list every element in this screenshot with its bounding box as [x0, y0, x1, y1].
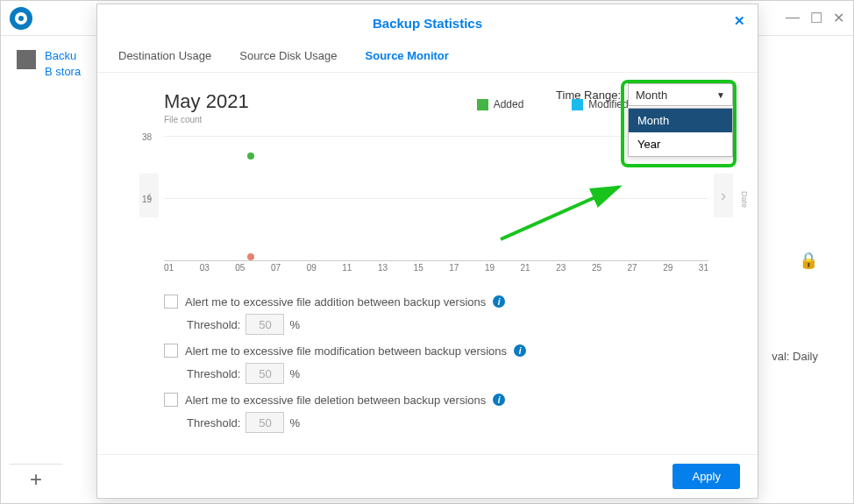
sidebar: Backu B stora: [10, 45, 93, 83]
alert-row: Alert me to excessive file deletion betw…: [164, 393, 733, 433]
alert-row: Alert me to excessive file addition betw…: [164, 295, 733, 335]
lock-icon: 🔒: [799, 251, 818, 270]
tab-source-monitor[interactable]: Source Monitor: [366, 49, 449, 64]
threshold-unit: %: [289, 416, 300, 429]
alert-label: Alert me to excessive file modification …: [185, 344, 507, 358]
x-tick: 05: [235, 263, 245, 279]
x-tick: 13: [378, 263, 388, 279]
sidebar-item-subtitle: B stora: [45, 64, 81, 80]
tab-destination-usage[interactable]: Destination Usage: [118, 49, 211, 64]
x-tick: 25: [592, 263, 601, 279]
threshold-label: Threshold:: [187, 367, 240, 380]
close-icon[interactable]: ✕: [833, 10, 844, 26]
chart-next-button[interactable]: ›: [714, 174, 733, 217]
time-range-select[interactable]: Month ▼: [628, 83, 733, 106]
modal-footer: Apply: [97, 454, 758, 498]
x-tick: 03: [200, 263, 210, 279]
x-tick: 01: [164, 263, 174, 279]
interval-text: val: Daily: [772, 350, 818, 363]
x-tick: 31: [699, 263, 708, 279]
sidebar-item-title: Backu: [45, 48, 81, 64]
server-icon: [17, 50, 36, 69]
x-tick: 09: [307, 263, 317, 279]
add-button[interactable]: +: [10, 464, 62, 494]
threshold-input[interactable]: [246, 314, 284, 335]
alert-label: Alert me to excessive file deletion betw…: [185, 394, 486, 407]
apply-button[interactable]: Apply: [673, 464, 740, 489]
maximize-icon[interactable]: ☐: [810, 10, 822, 26]
time-range-row: Time Range: Month ▼: [556, 83, 733, 106]
alert-row: Alert me to excessive file modification …: [164, 344, 733, 384]
x-tick: 23: [556, 263, 566, 279]
data-point-deleted: [247, 253, 254, 260]
threshold-unit: %: [289, 318, 300, 331]
threshold-label: Threshold:: [187, 416, 240, 429]
alert-checkbox[interactable]: [164, 393, 178, 407]
x-tick: 29: [663, 263, 673, 279]
sidebar-item-backup[interactable]: Backu B stora: [10, 45, 93, 83]
x-tick: 11: [342, 263, 352, 279]
threshold-unit: %: [289, 367, 300, 380]
modal-titlebar: Backup Statistics ✕: [97, 4, 758, 41]
info-icon[interactable]: i: [493, 295, 505, 308]
tab-bar: Destination Usage Source Disk Usage Sour…: [97, 41, 758, 73]
x-axis: 01030507091113151719212325272931: [164, 263, 708, 279]
x-tick: 27: [628, 263, 637, 279]
x-tick: 17: [449, 263, 459, 279]
close-icon[interactable]: ✕: [734, 13, 745, 29]
time-range-option-year[interactable]: Year: [629, 132, 732, 156]
time-range-value: Month: [636, 89, 667, 102]
alert-checkbox[interactable]: [164, 344, 178, 358]
chevron-down-icon: ▼: [716, 90, 725, 100]
time-range-label: Time Range:: [556, 89, 621, 102]
chart-title: May 2021: [164, 90, 249, 113]
legend-added: Added: [477, 98, 524, 110]
chart-area: 38 19: [164, 130, 708, 261]
app-icon: [10, 7, 32, 30]
tab-source-disk-usage[interactable]: Source Disk Usage: [239, 49, 337, 64]
y-tick: 19: [142, 195, 152, 204]
x-tick: 15: [414, 263, 423, 279]
x-tick: 19: [485, 263, 495, 279]
x-axis-label: Date: [740, 191, 749, 208]
alerts-section: Alert me to excessive file addition betw…: [164, 295, 733, 433]
info-icon[interactable]: i: [514, 344, 526, 357]
x-tick: 21: [521, 263, 530, 279]
time-range-option-month[interactable]: Month: [629, 109, 732, 132]
backup-statistics-modal: Backup Statistics ✕ Destination Usage So…: [96, 4, 758, 499]
threshold-input[interactable]: [246, 363, 284, 384]
time-range-dropdown: Month Year: [628, 108, 733, 157]
alert-label: Alert me to excessive file addition betw…: [185, 295, 486, 309]
minimize-icon[interactable]: —: [786, 10, 800, 26]
y-tick: 38: [142, 132, 152, 142]
alert-checkbox[interactable]: [164, 295, 178, 309]
chart-subtitle: File count: [164, 115, 249, 124]
x-tick: 07: [271, 263, 281, 279]
info-icon[interactable]: i: [493, 394, 505, 406]
data-point-added: [247, 153, 254, 160]
threshold-input[interactable]: [246, 412, 284, 433]
threshold-label: Threshold:: [187, 318, 240, 331]
modal-title: Backup Statistics: [373, 16, 482, 31]
